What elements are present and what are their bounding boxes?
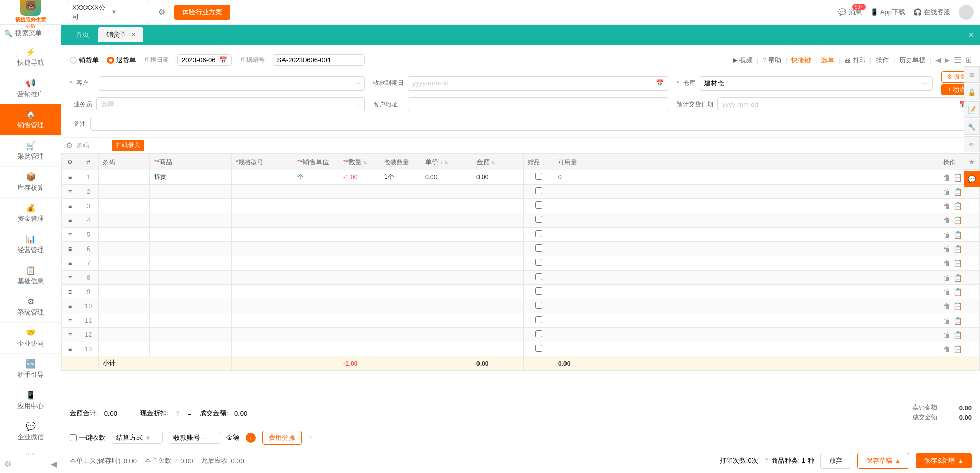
messages-button[interactable]: 💬 消息 99+	[838, 8, 862, 17]
row-goods[interactable]: 拆贡	[150, 170, 232, 185]
operation-btn[interactable]: 操作	[876, 56, 889, 65]
order-number-input[interactable]: SA-20230606-001	[273, 54, 365, 66]
tab-sales-order[interactable]: 销货单 ×	[98, 27, 143, 42]
delete-row-button[interactable]: 🗑	[943, 231, 950, 239]
sidebar-item-enterprise[interactable]: 🤝 企业协同	[0, 323, 61, 354]
delete-row-button[interactable]: 🗑	[943, 245, 950, 253]
choose-order-btn[interactable]: 选单	[821, 56, 834, 65]
delete-row-button[interactable]: 🗑	[943, 345, 950, 353]
delivery-date-input[interactable]: yyyy-mm-dd 📅	[717, 97, 972, 111]
due-date-input[interactable]: yyyy-mm-dd 📅	[408, 76, 668, 91]
print-btn[interactable]: 🖨 打印	[844, 56, 866, 65]
date-input[interactable]: 2023-06-06 📅	[177, 54, 232, 66]
radio-return-order[interactable]: 退货单	[107, 56, 136, 65]
sidebar-item-wechat[interactable]: 💬 企业微信	[0, 416, 61, 447]
discard-button[interactable]: 放弃	[820, 453, 851, 469]
row-spec[interactable]	[232, 170, 293, 185]
row-drag-handle[interactable]: ≡	[62, 170, 78, 185]
nav-next-icon[interactable]: ▶	[945, 56, 950, 64]
delete-row-button[interactable]: 🗑	[943, 302, 950, 310]
view-grid-icon[interactable]: ⊞	[965, 55, 972, 65]
float-btn-2[interactable]: 🔒	[964, 84, 980, 100]
one-click-payment-checkbox[interactable]: 一键收款	[70, 433, 105, 442]
trial-button[interactable]: 体验行业方案	[174, 5, 230, 20]
one-click-checkbox-input[interactable]	[70, 434, 77, 441]
sidebar-item-sales[interactable]: 🏠 销售管理	[0, 104, 61, 136]
sidebar-item-quick-nav[interactable]: ⚡ 快捷导航	[0, 42, 61, 73]
customer-addr-input[interactable]: ···	[408, 97, 668, 111]
delete-row-button[interactable]: 🗑	[943, 288, 950, 296]
copy-row-button[interactable]: 📋	[953, 202, 962, 210]
tab-close-top-icon[interactable]: ×	[968, 30, 974, 40]
row-price[interactable]: 0.00	[421, 170, 472, 185]
app-download-button[interactable]: 📱 App下载	[870, 8, 905, 17]
tab-home[interactable]: 首页	[68, 27, 97, 42]
copy-row-button[interactable]: 📋	[953, 259, 962, 267]
sidebar-item-guide[interactable]: 🆕 新手引导	[0, 354, 61, 385]
help-btn[interactable]: ? 帮助	[763, 56, 781, 65]
delete-row-button[interactable]: 🗑	[943, 216, 950, 224]
settings-bottom-icon[interactable]: ⚙	[4, 459, 11, 469]
delete-row-button[interactable]: 🗑	[943, 202, 950, 210]
row-barcode[interactable]	[99, 170, 150, 185]
col-header-settings[interactable]: ⚙	[62, 154, 78, 170]
salesperson-input[interactable]: 选择... ···	[96, 97, 365, 111]
copy-row-button[interactable]: 📋	[953, 216, 962, 224]
sidebar-item-inventory[interactable]: 📦 库存核算	[0, 167, 61, 198]
sidebar-item-basic[interactable]: 📋 基础信息	[0, 260, 61, 291]
copy-row-button[interactable]: 📋	[953, 173, 962, 182]
float-btn-1[interactable]: ✉	[964, 66, 980, 83]
delete-row-button[interactable]: 🗑	[943, 173, 950, 182]
tab-close-icon[interactable]: ×	[132, 31, 136, 38]
customer-input[interactable]: ···	[99, 76, 365, 91]
copy-row-button[interactable]: 📋	[953, 274, 962, 282]
warehouse-input[interactable]: 建材仓 ···	[700, 76, 933, 91]
delete-row-button[interactable]: 🗑	[943, 317, 950, 325]
history-btn[interactable]: 历史单据	[899, 56, 926, 65]
copy-row-button[interactable]: 📋	[953, 317, 962, 325]
sidebar-item-purchase[interactable]: 🛒 采购管理	[0, 136, 61, 167]
delete-row-button[interactable]: 🗑	[943, 188, 950, 196]
table-settings-icon[interactable]: ⚙	[66, 141, 73, 150]
shortcut-btn[interactable]: 快捷键	[791, 56, 811, 65]
delete-row-button[interactable]: 🗑	[943, 259, 950, 267]
float-btn-6[interactable]: ★	[964, 153, 980, 170]
video-help-btn[interactable]: ▶ 视频	[733, 56, 753, 65]
scan-button[interactable]: 扫码录入	[112, 140, 144, 151]
row-unit[interactable]: 个	[293, 170, 339, 185]
save-draft-button[interactable]: 保存草稿 ▲	[857, 453, 910, 469]
delete-row-button[interactable]: 🗑	[943, 331, 950, 339]
view-list-icon[interactable]: ☰	[954, 55, 961, 65]
search-menu[interactable]: 🔍 搜索菜单	[0, 25, 61, 42]
sidebar-item-system[interactable]: ⚙ 系统管理	[0, 291, 61, 323]
owe-help-icon[interactable]: ?	[175, 458, 178, 464]
payment-help-icon[interactable]: ?	[308, 434, 312, 442]
row-amount[interactable]: 0.00	[472, 170, 524, 185]
user-avatar[interactable]	[959, 5, 974, 20]
float-btn-5[interactable]: ✏	[964, 136, 980, 152]
copy-row-button[interactable]: 📋	[953, 331, 962, 339]
sidebar-item-operations[interactable]: 📊 经营管理	[0, 229, 61, 260]
account-input[interactable]: 收款账号 ···	[169, 432, 220, 444]
copy-row-button[interactable]: 📋	[953, 288, 962, 296]
float-btn-3[interactable]: 📝	[964, 101, 980, 118]
settings-icon[interactable]: ⚙	[154, 4, 170, 20]
sidebar-item-finance[interactable]: 💰 资金管理	[0, 198, 61, 229]
company-selector[interactable]: XXXXXX公司 ▼	[68, 1, 149, 24]
delete-row-button[interactable]: 🗑	[943, 274, 950, 282]
goods-types-help-icon[interactable]: ?	[765, 457, 768, 464]
save-new-button[interactable]: 保存&新增 ▲	[916, 453, 972, 468]
add-payment-button[interactable]: +	[246, 433, 256, 443]
collapse-sidebar-icon[interactable]: ◀	[51, 459, 57, 469]
sidebar-item-appstore[interactable]: 📱 应用中心	[0, 385, 61, 416]
copy-row-button[interactable]: 📋	[953, 245, 962, 253]
copy-row-button[interactable]: 📋	[953, 302, 962, 310]
float-btn-4[interactable]: 🔧	[964, 119, 980, 135]
sidebar-item-member[interactable]: 👑 畅会员	[0, 447, 61, 455]
nav-prev-icon[interactable]: ◀	[935, 56, 941, 64]
sidebar-item-marketing[interactable]: 📢 营销推广	[0, 73, 61, 104]
fee-split-button[interactable]: 费用分摊	[262, 431, 302, 445]
copy-row-button[interactable]: 📋	[953, 188, 962, 196]
row-pkg-qty[interactable]: 1个	[380, 170, 421, 185]
calc-method-input[interactable]: 结算方式 ▼	[112, 432, 163, 444]
